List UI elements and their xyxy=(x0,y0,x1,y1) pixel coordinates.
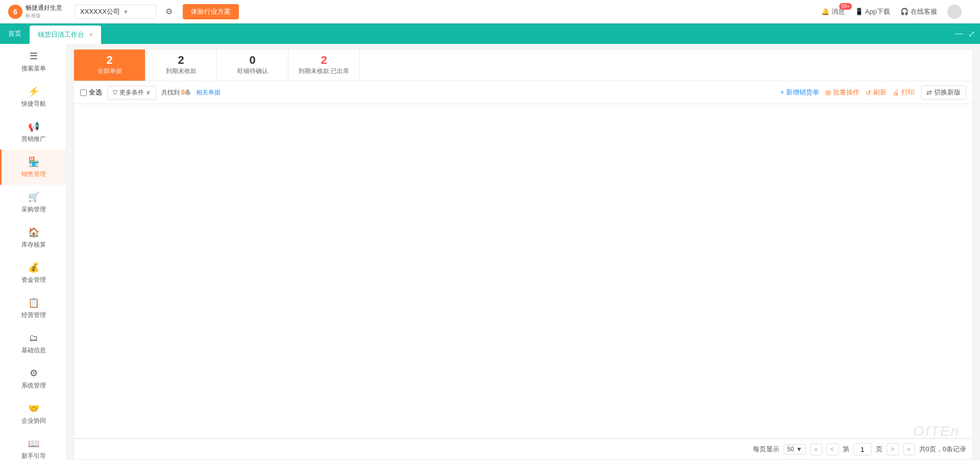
search-menu-icon: ☰ xyxy=(28,50,40,62)
page-size-select[interactable]: 50 ▼ xyxy=(783,444,805,454)
tab-maximize-icon[interactable]: ⤢ xyxy=(968,29,975,39)
system-icon: ⚙ xyxy=(28,367,40,379)
refresh-btn[interactable]: ↺ 刷新 xyxy=(866,88,887,97)
headset-icon: 🎧 xyxy=(900,8,909,15)
page-size-arrow: ▼ xyxy=(796,446,802,453)
sidebar-item-search[interactable]: ☰ 搜索菜单 xyxy=(0,44,66,79)
stat-tab-overdue[interactable]: 2 到期未收款 xyxy=(145,50,217,81)
logo-icon: 6 xyxy=(8,5,22,19)
stat-tab-pending[interactable]: 0 旺铺待确认 xyxy=(217,50,288,81)
tab-bar: 首页 钱货日清工作台 × — ⤢ xyxy=(0,23,980,44)
more-filter-btn[interactable]: ▽ 更多条件 ∨ xyxy=(107,86,156,100)
tab-active[interactable]: 钱货日清工作台 × xyxy=(30,26,101,44)
settings-icon-btn[interactable]: ⚙ xyxy=(161,4,177,19)
sidebar-item-quick-nav[interactable]: ⚡ 快捷导航 xyxy=(0,79,66,114)
header-right: 🔔 消息 99+ 📱 App下载 🎧 在线客服 xyxy=(821,5,972,19)
online-service-btn[interactable]: 🎧 在线客服 xyxy=(900,7,937,16)
logo-text: 畅捷通好生意 标准版 xyxy=(26,4,62,19)
tab-close-icon[interactable]: × xyxy=(89,31,93,38)
total-records: 共0页，0条记录 xyxy=(919,445,966,454)
content-area: 2 全部单据 2 到期未收款 0 旺铺待确认 2 到期未收款 已出库 全选 xyxy=(66,44,980,460)
table-area xyxy=(74,104,973,439)
quick-nav-icon: ⚡ xyxy=(28,85,40,98)
switch-icon: ⇄ xyxy=(926,89,932,96)
related-link[interactable]: 相关单据 xyxy=(196,88,220,97)
filter-icon: ▽ xyxy=(113,89,117,96)
inventory-icon: 🏠 xyxy=(28,226,40,238)
base-info-icon: 🗂 xyxy=(28,332,40,344)
sidebar-item-sales[interactable]: 🏪 销售管理 xyxy=(0,150,66,185)
toolbar-left: 全选 ▽ 更多条件 ∨ 共找到 0条 相关单据 xyxy=(80,86,220,100)
page-last-btn[interactable]: » xyxy=(903,443,915,455)
tab-home[interactable]: 首页 xyxy=(0,23,30,44)
sidebar: ☰ 搜索菜单 ⚡ 快捷导航 📢 营销推广 🏪 销售管理 🛒 采购管理 🏠 库存核… xyxy=(0,44,66,460)
refresh-icon: ↺ xyxy=(866,89,871,96)
page-prev-btn[interactable]: < xyxy=(826,443,839,455)
notification-badge: 99+ xyxy=(839,3,852,10)
sidebar-item-guide[interactable]: 📖 新手引导 xyxy=(0,431,66,460)
sidebar-item-operations[interactable]: 📋 经营管理 xyxy=(0,290,66,326)
stats-tabs: 2 全部单据 2 到期未收款 0 旺铺待确认 2 到期未收款 已出库 xyxy=(74,49,973,81)
logo-area: 6 畅捷通好生意 标准版 xyxy=(8,4,75,19)
sales-icon: 🏪 xyxy=(28,156,40,168)
add-sales-order-btn[interactable]: + 新增销货单 xyxy=(780,88,819,97)
main-layout: ☰ 搜索菜单 ⚡ 快捷导航 📢 营销推广 🏪 销售管理 🛒 采购管理 🏠 库存核… xyxy=(0,44,980,460)
tab-minimize-icon[interactable]: — xyxy=(955,29,963,38)
page-input[interactable] xyxy=(853,443,872,455)
pagination-bar: 每页显示 50 ▼ « < 第 页 > » 共0页，0条记录 xyxy=(74,439,973,460)
toolbar-right: + 新增销货单 ⊞ 批量操作 ↺ 刷新 🖨 打印 ⇄ 切换新版 xyxy=(780,85,966,100)
app-download-btn[interactable]: 📱 App下载 xyxy=(855,7,890,16)
operations-icon: 📋 xyxy=(28,297,40,309)
download-icon: 📱 xyxy=(855,8,863,15)
select-all-checkbox[interactable]: 全选 xyxy=(80,88,102,97)
batch-operation-btn[interactable]: ⊞ 批量操作 xyxy=(825,88,860,97)
select-all-input[interactable] xyxy=(80,89,87,96)
page-first-btn[interactable]: « xyxy=(810,443,822,455)
sidebar-item-base-info[interactable]: 🗂 基础信息 xyxy=(0,326,66,361)
marketing-icon: 📢 xyxy=(28,120,40,133)
purchase-icon: 🛒 xyxy=(28,191,40,203)
top-header: 6 畅捷通好生意 标准版 XXXXXX公司 ▼ ⚙ 体验行业方案 🔔 消息 99… xyxy=(0,0,980,23)
sidebar-item-cooperation[interactable]: 🤝 企业协同 xyxy=(0,396,66,431)
batch-icon: ⊞ xyxy=(825,89,831,96)
toolbar: 全选 ▽ 更多条件 ∨ 共找到 0条 相关单据 + 新增销货单 ⊞ 批量 xyxy=(74,81,973,104)
gear-icon: ⚙ xyxy=(165,7,173,16)
stat-tab-shipped[interactable]: 2 到期未收款 已出库 xyxy=(288,50,360,81)
tab-bar-controls: — ⤢ xyxy=(955,23,980,44)
experience-btn[interactable]: 体验行业方案 xyxy=(183,4,239,19)
chevron-down-icon: ▼ xyxy=(123,9,129,15)
guide-icon: 📖 xyxy=(28,438,40,450)
switch-version-btn[interactable]: ⇄ 切换新版 xyxy=(921,85,966,100)
sidebar-item-purchase[interactable]: 🛒 采购管理 xyxy=(0,185,66,220)
avatar[interactable] xyxy=(947,5,962,19)
print-icon: 🖨 xyxy=(893,89,899,96)
notification-btn[interactable]: 🔔 消息 99+ xyxy=(821,7,845,16)
sidebar-item-marketing[interactable]: 📢 营销推广 xyxy=(0,114,66,150)
bell-icon: 🔔 xyxy=(821,8,829,15)
page-next-btn[interactable]: > xyxy=(887,443,899,455)
found-text: 共找到 0条 xyxy=(161,88,191,97)
cooperation-icon: 🤝 xyxy=(28,402,40,415)
print-btn[interactable]: 🖨 打印 xyxy=(893,88,915,97)
sidebar-item-inventory[interactable]: 🏠 库存核算 xyxy=(0,220,66,255)
stat-tab-all[interactable]: 2 全部单据 xyxy=(74,50,145,81)
chevron-down-icon: ∨ xyxy=(146,89,151,96)
sidebar-item-finance[interactable]: 💰 资金管理 xyxy=(0,255,66,290)
finance-icon: 💰 xyxy=(28,261,40,274)
company-selector[interactable]: XXXXXX公司 ▼ xyxy=(75,5,156,19)
sidebar-item-system[interactable]: ⚙ 系统管理 xyxy=(0,361,66,396)
